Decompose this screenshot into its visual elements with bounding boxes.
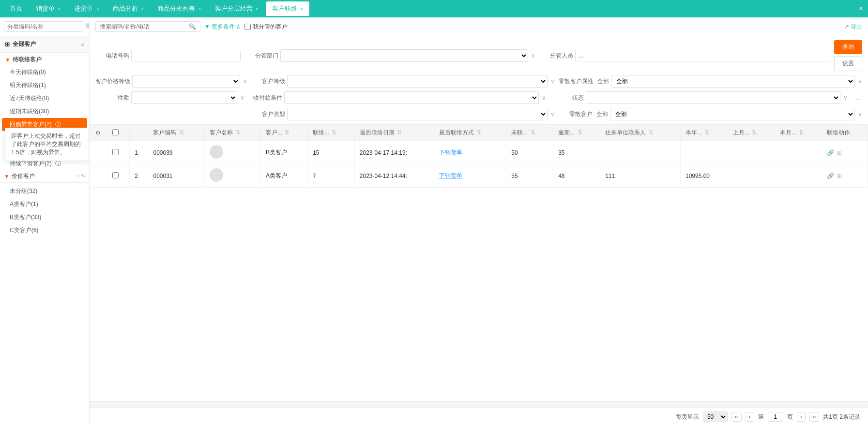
action-grid-icon-2[interactable]: ⊞ <box>837 173 842 179</box>
prev-page-btn[interactable]: ‹ <box>746 412 754 422</box>
scatter-dropdown-icon[interactable]: ∨ <box>858 111 862 118</box>
table-row: 2 000031 A类客户 7 2023-04-12 14:44: 下销货单 5… <box>90 164 868 188</box>
th-code[interactable]: 客户编码 ⇅ <box>148 125 204 141</box>
row-1-checkbox[interactable] <box>112 149 119 155</box>
sidebar-search-input[interactable] <box>4 21 83 32</box>
sidebar-item-tomorrow[interactable]: 明天待联络(1) <box>0 79 89 92</box>
sidebar-collapse-icon[interactable]: « <box>81 41 84 48</box>
nature-dropdown-icon[interactable]: ∨ <box>240 94 244 101</box>
scatter-select[interactable]: 全部 <box>610 108 855 120</box>
customer-table: ⚙ 客户编码 ⇅ 客户名称 ⇅ 客户... ⇅ <box>90 125 868 188</box>
td-last-way-1[interactable]: 下销货单 <box>434 141 506 164</box>
dept-dropdown-icon[interactable]: ∨ <box>531 52 535 59</box>
cust-type-dropdown-icon[interactable]: ∨ <box>550 111 555 118</box>
th-last-contact-way[interactable]: 最后联络方式 ⇅ <box>434 125 506 141</box>
search-input[interactable] <box>100 23 187 30</box>
th-last-month[interactable]: 上月... ⇅ <box>728 125 775 141</box>
filter-cust-tier: 客户等级 ∨ <box>251 75 555 88</box>
th-this-month[interactable]: 本月... ⇅ <box>775 125 822 141</box>
close-all-icon[interactable]: × <box>859 4 863 13</box>
page-input[interactable] <box>768 412 783 422</box>
nav-tab-customer-tier[interactable]: 客户分层经营 × <box>209 1 264 16</box>
nature-select[interactable] <box>131 91 237 104</box>
td-last-way-2[interactable]: 下销货单 <box>434 164 506 188</box>
th-name[interactable]: 客户名称 ⇅ <box>204 125 260 141</box>
phone-input[interactable] <box>131 50 241 61</box>
nature-label: 性质 <box>95 94 129 102</box>
avatar-1 <box>210 145 223 159</box>
close-customer-contact-icon[interactable]: × <box>300 6 303 12</box>
status-select[interactable] <box>586 91 840 104</box>
tooltip-more-icon[interactable]: ... <box>70 149 75 155</box>
filter-area: 电话号码 分管部门 ∨ 分管人员 查询 设置 <box>90 36 868 125</box>
close-analysis-list-icon[interactable]: × <box>198 6 201 12</box>
cust-type-select[interactable] <box>287 108 548 120</box>
th-contact[interactable]: 联络... ⇅ <box>307 125 354 141</box>
nav-tab-analysis[interactable]: 商品分析 × <box>107 1 150 16</box>
th-overdue[interactable]: 逾期... ⇅ <box>553 125 600 141</box>
scatter-attr-select[interactable]: 全部 <box>611 75 855 88</box>
sidebar-item-class-b[interactable]: B类客户(33) <box>0 211 89 224</box>
td-last-month-2 <box>728 164 775 188</box>
scatter-attr-dropdown-icon[interactable]: ∨ <box>858 78 862 85</box>
pending-group-label[interactable]: ▼ 待联络客户 <box>0 53 89 66</box>
close-sales-icon[interactable]: × <box>58 6 61 12</box>
td-checkbox-1 <box>107 141 130 164</box>
action-link-icon-1[interactable]: 🔗 <box>827 149 834 156</box>
value-group-edit-icon[interactable]: ✎ <box>81 173 85 179</box>
sidebar-item-today[interactable]: 今天待联络(0) <box>0 66 89 79</box>
value-group-circle-icon[interactable]: ○ <box>76 173 79 179</box>
bottom-scrollbar[interactable] <box>90 401 868 407</box>
more-conditions-btn[interactable]: ▼ 更多条件 ∧ <box>204 23 241 31</box>
cust-tier-select[interactable] <box>287 75 548 88</box>
my-customers-checkbox[interactable] <box>244 24 251 30</box>
close-purchase-icon[interactable]: × <box>96 6 99 12</box>
sidebar-item-class-a[interactable]: A类客户(1) <box>0 198 89 211</box>
dept-select[interactable] <box>280 49 528 62</box>
search-bar-icon[interactable]: 🔍 <box>189 23 196 30</box>
filter-more-btn[interactable]: ... <box>852 94 862 101</box>
th-unit-contact[interactable]: 往来单位联系人 ⇅ <box>600 125 681 141</box>
sidebar-item-7days[interactable]: 近7天待联络(0) <box>0 92 89 105</box>
th-uncontacted[interactable]: 未联... ⇅ <box>506 125 553 141</box>
td-this-month-1 <box>775 141 822 164</box>
action-link-icon-2[interactable]: 🔗 <box>827 173 834 179</box>
close-customer-tier-icon[interactable]: × <box>256 6 259 12</box>
nav-tab-sales[interactable]: 销货单 × <box>30 1 66 16</box>
price-tier-dropdown-icon[interactable]: ∨ <box>243 78 247 85</box>
row-2-checkbox[interactable] <box>112 172 119 178</box>
nav-tab-purchase[interactable]: 进货单 × <box>68 1 105 16</box>
price-tier-select[interactable] <box>132 75 240 88</box>
sidebar-item-overdue[interactable]: 逾期未联络(30) <box>0 105 89 118</box>
close-analysis-icon[interactable]: × <box>141 6 144 12</box>
payment-dropdown-icon[interactable]: ∨ <box>542 94 546 101</box>
next-page-btn[interactable]: › <box>797 412 806 422</box>
select-all-checkbox[interactable] <box>112 129 119 135</box>
export-btn[interactable]: ↗ 导出 <box>844 23 862 31</box>
last-page-btn[interactable]: » <box>809 412 820 422</box>
sidebar-search-icon[interactable]: 🔍 <box>85 23 90 30</box>
th-last-contact-date[interactable]: 最后联络日期 ⇅ <box>354 125 434 141</box>
query-btn[interactable]: 查询 <box>834 40 862 54</box>
td-contact-1: 15 <box>307 141 354 164</box>
first-page-btn[interactable]: « <box>731 412 742 422</box>
manager-input[interactable] <box>575 50 830 61</box>
th-gear[interactable]: ⚙ <box>90 125 107 141</box>
payment-select[interactable] <box>284 91 539 104</box>
action-grid-icon-1[interactable]: ⊞ <box>837 149 842 156</box>
settings-btn[interactable]: 设置 <box>834 56 862 71</box>
cust-tier-dropdown-icon[interactable]: ∨ <box>550 78 555 85</box>
all-customers-header[interactable]: ⊞ 全部客户 « <box>0 36 89 53</box>
th-type[interactable]: 客户... ⇅ <box>260 125 307 141</box>
th-this-year[interactable]: 本年... ⇅ <box>680 125 728 141</box>
nav-tab-customer-contact[interactable]: 客户联络 × <box>266 1 309 16</box>
last-way-link-1[interactable]: 下销货单 <box>439 149 462 156</box>
per-page-select[interactable]: 50 20 100 <box>703 411 728 422</box>
nav-tab-home[interactable]: 首页 <box>4 1 28 16</box>
nav-tab-analysis-list[interactable]: 商品分析列表 × <box>152 1 207 16</box>
last-way-link-2[interactable]: 下销货单 <box>439 172 462 179</box>
sidebar-item-ungroup[interactable]: 未分组(32) <box>0 185 89 198</box>
sidebar-item-class-c[interactable]: C类客户(6) <box>0 224 89 237</box>
my-customers-checkbox-label[interactable]: 我分管的客户 <box>244 23 288 31</box>
status-dropdown-icon[interactable]: ∨ <box>843 94 848 101</box>
